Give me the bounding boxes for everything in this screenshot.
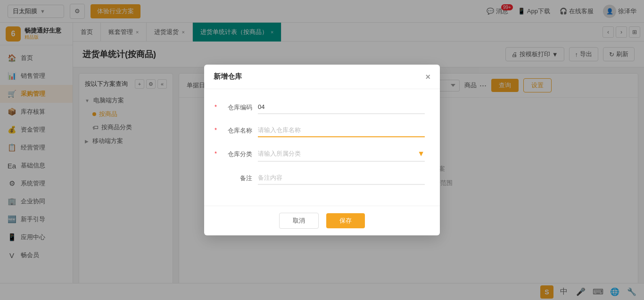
code-input[interactable]	[258, 100, 425, 114]
cancel-button[interactable]: 取消	[279, 213, 319, 229]
modal-header: 新增仓库 ×	[204, 65, 440, 89]
modal-body: 仓库编码 仓库名称 仓库分类 请输入所属分类 ▼ 备注	[204, 89, 440, 206]
add-warehouse-modal: 新增仓库 × 仓库编码 仓库名称 仓库分类 请输入所属分类 ▼	[204, 65, 440, 235]
modal-title: 新增仓库	[214, 72, 242, 81]
name-label: 仓库名称	[219, 126, 252, 135]
form-row-name: 仓库名称	[219, 124, 425, 137]
category-placeholder: 请输入所属分类	[258, 150, 301, 158]
form-row-code: 仓库编码	[219, 100, 425, 114]
form-row-category: 仓库分类 请输入所属分类 ▼	[219, 147, 425, 162]
modal-close-button[interactable]: ×	[425, 73, 430, 81]
category-arrow: ▼	[417, 150, 425, 158]
modal-overlay: 新增仓库 × 仓库编码 仓库名称 仓库分类 请输入所属分类 ▼	[0, 0, 644, 300]
save-button[interactable]: 保存	[326, 213, 365, 228]
note-input[interactable]	[258, 171, 425, 185]
name-input[interactable]	[258, 124, 425, 137]
code-label: 仓库编码	[219, 103, 252, 112]
modal-footer: 取消 保存	[204, 206, 440, 235]
category-select[interactable]: 请输入所属分类 ▼	[258, 147, 425, 162]
note-label: 备注	[219, 174, 252, 183]
category-label: 仓库分类	[219, 150, 252, 158]
form-row-note: 备注	[219, 171, 425, 185]
